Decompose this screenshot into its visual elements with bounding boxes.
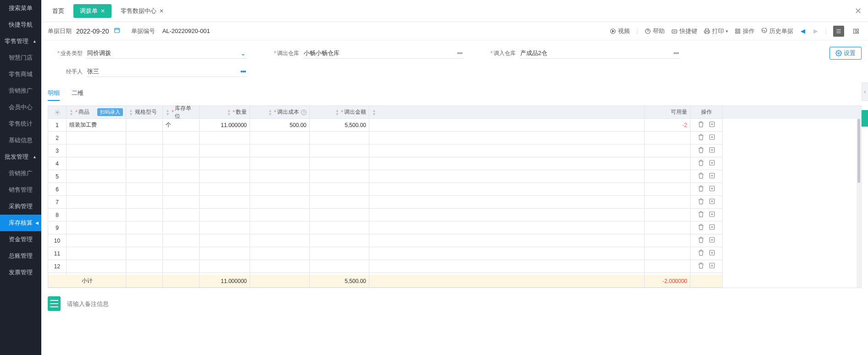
prev-doc-icon[interactable]: ◀	[800, 28, 806, 34]
delete-row-icon[interactable]	[698, 237, 704, 244]
detail-subtab[interactable]: 明细	[48, 86, 60, 101]
table-row[interactable]: 4	[48, 157, 861, 170]
sidebar-item[interactable]: 资金管理	[0, 231, 41, 248]
delete-row-icon[interactable]	[698, 147, 704, 155]
print-link[interactable]: 打印 ▾	[704, 27, 728, 35]
add-row-icon[interactable]	[709, 211, 715, 219]
close-tab-icon[interactable]: ✕	[159, 8, 164, 14]
history-link[interactable]: 历史单据	[761, 27, 793, 35]
help-link[interactable]: 帮助	[645, 27, 665, 35]
sidebar-item[interactable]: 采购管理	[0, 198, 41, 215]
sidebar-item[interactable]: 总账管理	[0, 248, 41, 264]
delete-row-icon[interactable]	[698, 185, 704, 193]
add-row-icon[interactable]	[709, 172, 715, 180]
table-row[interactable]: 6	[48, 183, 861, 196]
sidebar-item[interactable]: 营销推广	[0, 83, 41, 99]
delete-row-icon[interactable]	[698, 262, 704, 270]
table-row[interactable]: 5	[48, 170, 861, 183]
table-row[interactable]: 11	[48, 247, 861, 260]
close-tab-icon[interactable]: ✕	[100, 8, 105, 14]
col-out-cost[interactable]: *调出成本?	[250, 106, 310, 119]
sidebar-item[interactable]: 发票管理	[0, 264, 41, 281]
view-list-icon[interactable]	[833, 26, 844, 37]
chevron-down-icon[interactable]: ⌄	[240, 50, 246, 57]
sidebar-item[interactable]: 基础信息	[0, 132, 41, 149]
sidebar-item[interactable]: 批发管理▲	[0, 149, 41, 165]
row-ops[interactable]	[690, 209, 723, 222]
table-row[interactable]: 1组装加工费个11.000000500.005,500.00-2	[48, 119, 861, 132]
delete-row-icon[interactable]	[698, 160, 704, 167]
biz-type-input[interactable]	[86, 48, 247, 59]
add-row-icon[interactable]	[709, 185, 715, 193]
out-warehouse-input[interactable]	[303, 48, 463, 59]
col-unit[interactable]: *库存单位	[163, 106, 200, 119]
notes-icon[interactable]	[48, 296, 61, 311]
sidebar-item[interactable]: 库存核算◀	[0, 215, 41, 231]
row-ops[interactable]	[690, 157, 723, 170]
sidebar-item[interactable]: 零售商城	[0, 66, 41, 83]
col-spec[interactable]: 规格型号	[126, 106, 163, 119]
table-row[interactable]: 8	[48, 209, 861, 222]
delete-row-icon[interactable]	[698, 172, 704, 180]
table-row[interactable]: 7	[48, 196, 861, 209]
side-accent-tab[interactable]	[862, 110, 868, 127]
add-row-icon[interactable]	[709, 250, 715, 257]
next-doc-icon[interactable]: ▶	[812, 28, 819, 34]
info-icon[interactable]: ?	[301, 110, 306, 115]
row-ops[interactable]	[690, 196, 723, 209]
shortcut-link[interactable]: 快捷键	[671, 27, 697, 35]
table-row[interactable]: 12	[48, 260, 861, 273]
row-ops[interactable]	[690, 183, 723, 196]
add-row-icon[interactable]	[709, 121, 715, 129]
col-available[interactable]: 可用量	[645, 106, 690, 119]
page-tab[interactable]: 零售数据中心✕	[114, 4, 170, 18]
collapse-panel-icon[interactable]: ‹	[862, 83, 868, 101]
sidebar-item[interactable]: 营销推广	[0, 165, 41, 182]
table-row[interactable]: 2	[48, 132, 861, 144]
view-card-icon[interactable]	[851, 26, 862, 37]
add-row-icon[interactable]	[709, 237, 715, 244]
lookup-icon[interactable]: •••	[240, 68, 246, 75]
row-ops[interactable]	[690, 132, 723, 144]
row-ops[interactable]	[690, 234, 723, 247]
row-ops[interactable]	[690, 260, 723, 273]
row-ops[interactable]	[690, 170, 723, 183]
sidebar-item[interactable]: 零售管理▲	[0, 33, 41, 50]
page-tab[interactable]: 首页	[46, 4, 71, 18]
remark-input[interactable]	[67, 300, 250, 307]
sidebar-item[interactable]: 智慧门店	[0, 50, 41, 66]
operate-link[interactable]: 操作	[734, 27, 755, 35]
delete-row-icon[interactable]	[698, 198, 704, 206]
close-all-tabs-icon[interactable]: ✕	[855, 6, 862, 16]
row-ops[interactable]	[690, 119, 723, 132]
col-out-amount[interactable]: *调出金额	[310, 106, 369, 119]
gear-icon[interactable]	[48, 106, 67, 119]
delete-row-icon[interactable]	[698, 224, 704, 232]
row-ops[interactable]	[690, 247, 723, 260]
add-row-icon[interactable]	[709, 198, 715, 206]
col-product[interactable]: *商品扫码录入	[67, 106, 126, 119]
vertical-scrollbar[interactable]	[857, 119, 861, 288]
add-row-icon[interactable]	[709, 160, 715, 167]
lookup-icon[interactable]: •••	[673, 50, 679, 57]
sidebar-item[interactable]: 销售管理	[0, 182, 41, 198]
detail-subtab[interactable]: 二维	[72, 86, 83, 101]
sidebar-item[interactable]: 搜索菜单	[0, 0, 41, 17]
delete-row-icon[interactable]	[698, 250, 704, 257]
page-tab[interactable]: 调拨单✕	[73, 4, 111, 18]
sidebar-item[interactable]: 会员中心	[0, 99, 41, 116]
row-ops[interactable]	[690, 144, 723, 157]
table-row[interactable]: 10	[48, 234, 861, 247]
sidebar-item[interactable]: 快捷导航	[0, 17, 41, 33]
add-row-icon[interactable]	[709, 134, 715, 142]
add-row-icon[interactable]	[709, 147, 715, 155]
row-ops[interactable]	[690, 222, 723, 234]
sidebar-item[interactable]: 零售统计	[0, 116, 41, 132]
lookup-icon[interactable]: •••	[457, 50, 462, 57]
handler-input[interactable]	[86, 66, 247, 77]
table-row[interactable]: 3	[48, 144, 861, 157]
add-row-icon[interactable]	[709, 224, 715, 232]
table-row[interactable]: 9	[48, 222, 861, 234]
settings-button[interactable]: 设置	[829, 47, 862, 60]
in-warehouse-input[interactable]	[519, 48, 680, 59]
